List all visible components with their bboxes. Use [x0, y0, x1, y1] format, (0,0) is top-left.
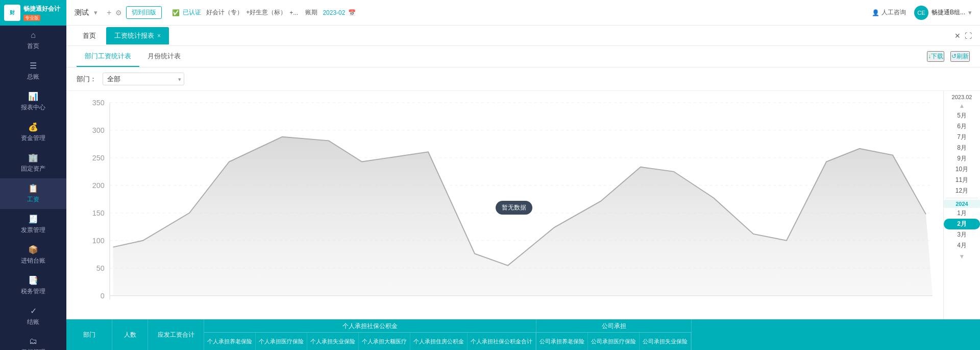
add-icon[interactable]: +	[107, 8, 111, 17]
logo-icon: 财	[4, 5, 20, 21]
panel-date-display: 2023.02	[952, 94, 972, 100]
topbar: 测试 ▾ + ⚙ 切到旧版 ✅ 已认证 好会计（专） +好生意（标） +... …	[66, 0, 980, 26]
col-people: 人数	[112, 319, 148, 350]
topbar-right: 👤 人工咨询 CE 畅捷通B组... ▾	[872, 6, 972, 20]
sidebar-item-reports[interactable]: 📊 报表中心	[0, 86, 66, 117]
tax-icon: 📑	[28, 275, 38, 285]
sales-icon: 📦	[28, 245, 38, 254]
content-area: 部门工资统计表 月份统计表 ↓下载 ↺刷新 部门： 全部	[66, 46, 980, 350]
service-icon: 👤	[872, 9, 879, 16]
tab-bar: 首页 工资统计报表 × ✕ ⛶	[66, 26, 980, 46]
sidebar-item-salary[interactable]: 📋 工资	[0, 178, 66, 209]
month-2-2024[interactable]: 2月	[944, 219, 980, 229]
download-button[interactable]: ↓下载	[927, 51, 944, 62]
sub-tabs: 部门工资统计表 月份统计表 ↓下载 ↺刷新	[66, 46, 980, 67]
month-10[interactable]: 10月	[944, 164, 980, 175]
month-9[interactable]: 9月	[944, 153, 980, 164]
logo-badge: 专业版	[23, 15, 40, 21]
status-good-biz: +好生意（标）	[246, 8, 286, 17]
sidebar-nav: ⌂ 首页 ☰ 总账 📊 报表中心 💰 资金管理 🏢 固定资产 📋 工资 🧾 发票…	[0, 26, 66, 350]
group2-subs: 公司承担养老保险 公司承担医疗保险 公司承担失业保险	[536, 333, 691, 350]
group2-title: 公司承担	[536, 319, 691, 333]
sidebar-item-assets[interactable]: 🏢 固定资产	[0, 148, 66, 178]
avatar: CE	[914, 6, 928, 20]
gear-icon[interactable]: ⚙	[115, 9, 122, 17]
col-salary: 应发工资合计	[148, 319, 204, 350]
chart-svg: 350 300 250 200 150 100 50 0	[77, 96, 939, 319]
logo-text: 畅捷通好会计 专业版	[23, 5, 60, 21]
scroll-down-icon[interactable]: ▼	[958, 252, 966, 261]
right-date-panel: 2023.02 ▲ 5月 6月 7月 8月 9月 10月 11月 12月 202…	[943, 91, 980, 319]
year-2024[interactable]: 2024	[944, 200, 980, 208]
settlement-icon: ✓	[30, 306, 37, 316]
col-personal-housing: 个人承担住房公积金	[410, 333, 468, 350]
sidebar-item-archive[interactable]: 🗂 归档管理	[0, 332, 66, 350]
month-6[interactable]: 6月	[944, 121, 980, 132]
topbar-dropdown-icon[interactable]: ▾	[94, 9, 97, 16]
month-11[interactable]: 11月	[944, 175, 980, 185]
sidebar: 财 畅捷通好会计 专业版 ⌂ 首页 ☰ 总账 📊 报表中心 💰 资金管理 🏢 固…	[0, 0, 66, 350]
svg-text:150: 150	[92, 209, 105, 217]
sidebar-item-sales[interactable]: 📦 进销台账	[0, 240, 66, 270]
home-icon: ⌂	[31, 31, 36, 40]
month-1-2024[interactable]: 1月	[944, 208, 980, 219]
filter-bar: 部门： 全部	[66, 67, 980, 91]
assets-icon: 🏢	[28, 153, 38, 162]
funds-icon: 💰	[28, 122, 38, 132]
sidebar-logo: 财 畅捷通好会计 专业版	[0, 0, 66, 26]
scroll-up-icon[interactable]: ▲	[958, 101, 966, 110]
tab-salary-report[interactable]: 工资统计报表 ×	[106, 27, 169, 44]
tab-home[interactable]: 首页	[75, 27, 104, 44]
salary-icon: 📋	[28, 183, 38, 193]
bottom-table-header: 部门 人数 应发工资合计 个人承担社保公积金 个人承担养老保险 个人承担医疗保险…	[66, 319, 980, 350]
expand-window-icon[interactable]: ⛶	[965, 32, 972, 40]
topbar-title: 测试	[75, 8, 89, 17]
group-personal-insurance: 个人承担社保公积金 个人承担养老保险 个人承担医疗保险 个人承担失业保险 个人承…	[204, 319, 536, 350]
col-personal-unemployment: 个人承担失业保险	[307, 333, 359, 350]
ledger-icon: ☰	[30, 61, 37, 71]
period-value: 2023-02	[323, 9, 345, 16]
svg-text:200: 200	[92, 181, 105, 190]
month-4-2024[interactable]: 4月	[944, 240, 980, 251]
status-certified: 已认证	[183, 8, 201, 17]
svg-text:250: 250	[92, 154, 105, 162]
month-7[interactable]: 7月	[944, 132, 980, 143]
calendar-icon[interactable]: 📅	[348, 9, 356, 16]
group1-title: 个人承担社保公积金	[204, 319, 536, 333]
user-info: CE 畅捷通B组... ▾	[914, 6, 972, 20]
topbar-actions: + ⚙ 切到旧版	[107, 6, 162, 19]
month-12[interactable]: 12月	[944, 185, 980, 196]
sub-tab-month[interactable]: 月份统计表	[139, 46, 189, 67]
topbar-status: ✅ 已认证 好会计（专） +好生意（标） +... 账期 2023-02 📅	[172, 8, 356, 17]
group-company-insurance: 公司承担 公司承担养老保险 公司承担医疗保险 公司承担失业保险	[536, 319, 692, 350]
invoice-icon: 🧾	[28, 214, 38, 224]
svg-text:0: 0	[101, 292, 105, 300]
month-3-2024[interactable]: 3月	[944, 229, 980, 240]
switch-old-version-button[interactable]: 切到旧版	[126, 6, 162, 19]
dept-select[interactable]: 全部	[103, 73, 184, 85]
col-company-medical: 公司承担医疗保险	[588, 333, 640, 350]
sidebar-item-settlement[interactable]: ✓ 结账	[0, 301, 66, 332]
sidebar-item-invoice[interactable]: 🧾 发票管理	[0, 209, 66, 240]
status-more: +...	[289, 9, 298, 16]
month-8[interactable]: 8月	[944, 143, 980, 153]
user-service-btn[interactable]: 👤 人工咨询	[872, 8, 906, 17]
close-window-icon[interactable]: ✕	[954, 32, 961, 40]
tab-close-icon[interactable]: ×	[157, 32, 161, 39]
col-company-pension: 公司承担养老保险	[536, 333, 588, 350]
user-name[interactable]: 畅捷通B组...	[932, 8, 965, 17]
sidebar-item-funds[interactable]: 💰 资金管理	[0, 117, 66, 148]
tab-window-controls: ✕ ⛶	[954, 32, 972, 40]
chart-area: 350 300 250 200 150 100 50 0	[66, 91, 980, 319]
panel-divider	[946, 198, 978, 198]
sidebar-item-tax[interactable]: 📑 税务管理	[0, 270, 66, 301]
refresh-button[interactable]: ↺刷新	[950, 51, 970, 62]
archive-icon: 🗂	[29, 337, 37, 346]
month-5[interactable]: 5月	[944, 110, 980, 121]
sub-tab-dept[interactable]: 部门工资统计表	[77, 46, 139, 67]
sidebar-item-ledger[interactable]: ☰ 总账	[0, 56, 66, 86]
user-dropdown-icon[interactable]: ▾	[968, 9, 972, 16]
svg-text:50: 50	[96, 264, 105, 272]
svg-text:350: 350	[92, 99, 105, 107]
sidebar-item-home[interactable]: ⌂ 首页	[0, 26, 66, 56]
